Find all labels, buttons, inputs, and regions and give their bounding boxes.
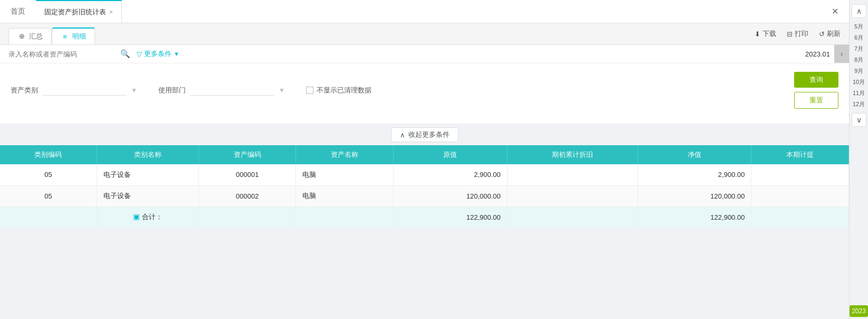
col-category-name: 类别名称 bbox=[97, 145, 198, 164]
col-accumulated-dep: 期初累计折旧 bbox=[507, 145, 637, 164]
table-header-row: 类别编码 类别名称 资产编码 资产名称 原值 期初累计折旧 净值 本期计提 bbox=[0, 145, 849, 164]
filter-bar: 🔍 ▽ 更多条件 ▼ 2023.01 › bbox=[0, 45, 849, 63]
tab-summary[interactable]: ⊕ 汇总 bbox=[8, 28, 52, 44]
nav-tab-label: 固定资产折旧统计表 bbox=[44, 7, 106, 17]
more-filter-label: 更多条件 bbox=[144, 49, 171, 59]
total-current-dep bbox=[751, 207, 849, 228]
table-row: 05 电子设备 000002 电脑 120,000.00 120,000.00 bbox=[0, 185, 849, 207]
print-icon: ⊟ bbox=[787, 30, 793, 38]
scroll-down-button[interactable]: ∨ bbox=[852, 113, 866, 127]
col-original-value: 原值 bbox=[393, 145, 507, 164]
no-cleared-label: 不显示已清理数据 bbox=[317, 86, 371, 95]
total-asset-code bbox=[198, 207, 296, 228]
col-asset-name: 资产名称 bbox=[296, 145, 394, 164]
cell-asset-code: 000001 bbox=[198, 164, 296, 185]
more-filter-button[interactable]: ▽ 更多条件 ▼ bbox=[137, 49, 179, 59]
table-wrapper: 类别编码 类别名称 资产编码 资产名称 原值 期初累计折旧 净值 本期计提 05… bbox=[0, 145, 849, 319]
cell-category-name: 电子设备 bbox=[97, 164, 198, 185]
download-icon: ⬇ bbox=[755, 30, 760, 38]
col-net-value: 净值 bbox=[637, 145, 751, 164]
tabs-toolbar-row: ⊕ 汇总 ≡ 明细 ⬇ 下载 ⊟ 打印 ↺ 刷新 bbox=[0, 23, 849, 45]
data-table: 类别编码 类别名称 资产编码 资产名称 原值 期初累计折旧 净值 本期计提 05… bbox=[0, 145, 849, 228]
tab-detail[interactable]: ≡ 明细 bbox=[52, 27, 95, 44]
department-input[interactable] bbox=[190, 85, 274, 96]
total-asset-name bbox=[296, 207, 394, 228]
total-label: ▣ 合计： bbox=[97, 207, 198, 228]
cell-category-code: 05 bbox=[0, 164, 97, 185]
collapse-bar: ∧ 收起更多条件 bbox=[0, 124, 849, 145]
total-row: ▣ 合计： 122,900.00 122,900.00 bbox=[0, 207, 849, 228]
nav-tab-active[interactable]: 固定资产折旧统计表 × bbox=[36, 0, 122, 23]
sidebar-month[interactable]: 12月 bbox=[851, 99, 867, 110]
expand-panel-button[interactable]: › bbox=[834, 45, 849, 63]
sidebar-month[interactable]: 11月 bbox=[851, 88, 867, 99]
filter-row-1: 资产类别 ▼ 使用部门 ▼ 不显示已清理数据 查询 重置 bbox=[11, 72, 838, 109]
summary-icon: ⊕ bbox=[17, 32, 26, 41]
collapse-label: 收起更多条件 bbox=[408, 130, 450, 139]
detail-icon: ≡ bbox=[61, 32, 69, 41]
sidebar-month[interactable]: 7月 bbox=[851, 43, 867, 54]
tab-detail-label: 明细 bbox=[72, 32, 86, 41]
department-arrow: ▼ bbox=[279, 87, 285, 94]
cell-current-dep bbox=[751, 164, 849, 185]
cell-net-value: 2,900.00 bbox=[637, 164, 751, 185]
department-field: 使用部门 ▼ bbox=[158, 85, 285, 96]
no-cleared-checkbox[interactable] bbox=[306, 87, 313, 94]
collapse-button[interactable]: ∧ 收起更多条件 bbox=[391, 127, 459, 142]
close-window-button[interactable]: ✕ bbox=[821, 0, 849, 23]
refresh-icon: ↺ bbox=[819, 30, 825, 38]
sidebar-month[interactable]: 5月 bbox=[851, 21, 867, 32]
more-filter-chevron: ▼ bbox=[174, 51, 179, 57]
download-label: 下载 bbox=[762, 29, 776, 39]
no-cleared-checkbox-wrapper: 不显示已清理数据 bbox=[306, 86, 371, 95]
right-sidebar: ∧ 5月6月7月8月9月10月11月12月 ∨ 2023 bbox=[849, 0, 868, 319]
date-label: 2023.01 bbox=[805, 50, 830, 58]
sidebar-month[interactable]: 10月 bbox=[851, 77, 867, 88]
sidebar-month[interactable]: 9月 bbox=[851, 65, 867, 77]
asset-category-label: 资产类别 bbox=[11, 86, 38, 95]
col-category-code: 类别编码 bbox=[0, 145, 97, 164]
year-label[interactable]: 2023 bbox=[850, 305, 868, 317]
col-asset-code: 资产编码 bbox=[198, 145, 296, 164]
print-label: 打印 bbox=[795, 29, 808, 39]
total-net-value: 122,900.00 bbox=[637, 207, 751, 228]
sidebar-month[interactable]: 6月 bbox=[851, 32, 867, 43]
collapse-icon: ∧ bbox=[400, 131, 405, 139]
sidebar-month[interactable]: 8月 bbox=[851, 54, 867, 65]
total-label-cell bbox=[0, 207, 97, 228]
nav-home[interactable]: 首页 bbox=[0, 0, 36, 23]
tab-summary-label: 汇总 bbox=[29, 32, 43, 41]
reset-button[interactable]: 重置 bbox=[794, 92, 838, 109]
table-row: 05 电子设备 000001 电脑 2,900.00 2,900.00 bbox=[0, 164, 849, 185]
cell-category-code: 05 bbox=[0, 185, 97, 207]
close-tab-icon[interactable]: × bbox=[109, 8, 113, 16]
filter-funnel-icon: ▽ bbox=[137, 50, 142, 58]
print-button[interactable]: ⊟ 打印 bbox=[787, 29, 808, 39]
refresh-label: 刷新 bbox=[827, 29, 841, 39]
asset-category-arrow: ▼ bbox=[131, 87, 137, 94]
download-button[interactable]: ⬇ 下载 bbox=[755, 29, 776, 39]
cell-net-value: 120,000.00 bbox=[637, 185, 751, 207]
search-icon: 🔍 bbox=[120, 49, 130, 59]
total-accumulated-dep bbox=[507, 207, 637, 228]
department-label: 使用部门 bbox=[158, 86, 186, 95]
total-original-value: 122,900.00 bbox=[393, 207, 507, 228]
cell-asset-code: 000002 bbox=[198, 185, 296, 207]
cell-accumulated-dep bbox=[507, 164, 637, 185]
cell-asset-name: 电脑 bbox=[296, 185, 394, 207]
date-display: 2023.01 bbox=[805, 50, 830, 58]
expand-icon: › bbox=[841, 50, 843, 58]
col-current-dep: 本期计提 bbox=[751, 145, 849, 164]
cell-accumulated-dep bbox=[507, 185, 637, 207]
filter-actions: 查询 重置 bbox=[794, 72, 838, 109]
asset-category-input[interactable] bbox=[42, 85, 127, 96]
search-input[interactable] bbox=[8, 50, 114, 58]
cell-current-dep bbox=[751, 185, 849, 207]
cell-asset-name: 电脑 bbox=[296, 164, 394, 185]
advanced-filter-panel: 资产类别 ▼ 使用部门 ▼ 不显示已清理数据 查询 重置 bbox=[0, 63, 849, 124]
cell-category-name: 电子设备 bbox=[97, 185, 198, 207]
query-button[interactable]: 查询 bbox=[794, 72, 838, 88]
top-nav: 首页 固定资产折旧统计表 × ✕ bbox=[0, 0, 849, 23]
scroll-up-button[interactable]: ∧ bbox=[852, 4, 866, 18]
refresh-button[interactable]: ↺ 刷新 bbox=[819, 29, 841, 39]
